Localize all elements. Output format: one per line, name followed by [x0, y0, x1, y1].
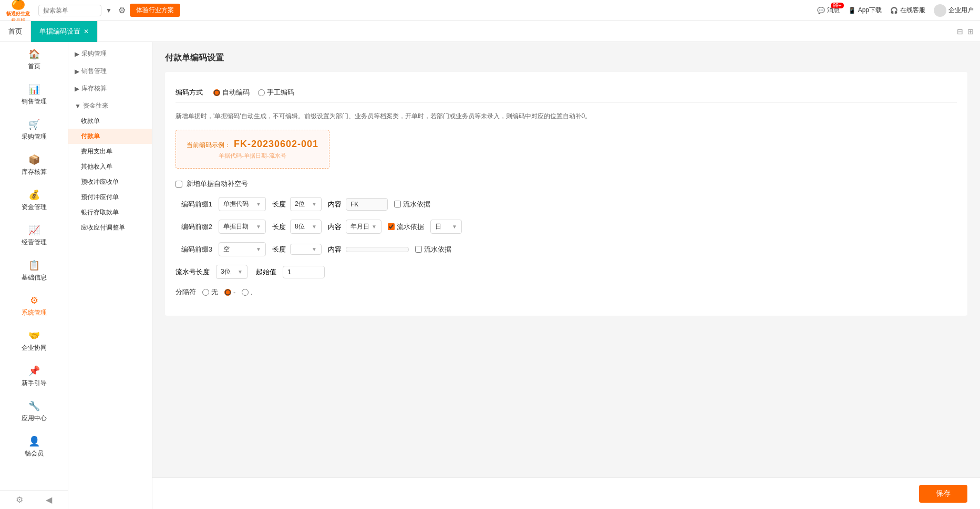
tab-home[interactable]: 首页: [0, 21, 31, 42]
sidebar-item-guide[interactable]: 📌 新手引导: [0, 359, 68, 394]
serial-start-input[interactable]: [283, 266, 325, 278]
sidebar-item-finance[interactable]: 💰 资金管理: [0, 183, 68, 218]
sidebar-item-system[interactable]: ⚙ 系统管理: [0, 288, 68, 324]
chevron-right-icon-sales: ▶: [75, 68, 79, 75]
auto-fill-checkbox[interactable]: [176, 181, 182, 188]
sep-none-radio[interactable]: 无: [202, 287, 218, 297]
sidebar-item-inventory[interactable]: 📦 库存核算: [0, 148, 68, 183]
prefix2-length-select[interactable]: 8位 ▼: [290, 220, 322, 234]
serial-length-group: 流水号长度 3位 ▼: [176, 265, 247, 279]
left-panel-group-header-purchase[interactable]: ▶ 采购管理: [68, 46, 152, 61]
separator-label: 分隔符: [176, 287, 196, 297]
chevron-down-serial: ▼: [238, 269, 243, 275]
sidebar-item-operations[interactable]: 📈 经营管理: [0, 218, 68, 253]
prefix2-content-group: 内容 年月日 ▼: [328, 220, 381, 234]
sidebar-item-home[interactable]: 🏠 首页: [0, 42, 68, 77]
sidebar-item-base-info[interactable]: 📋 基础信息: [0, 253, 68, 288]
prefix3-select[interactable]: 空 ▼: [219, 242, 266, 256]
prefix1-row: 编码前缀1 单据代码 ▼ 长度 2位 ▼: [176, 197, 957, 211]
prefix2-label: 编码前缀2: [176, 222, 212, 232]
prefix1-select[interactable]: 单据代码 ▼: [219, 197, 266, 211]
left-panel-group-header-finance[interactable]: ▼ 资金往来: [68, 98, 152, 113]
prefix1-length-select[interactable]: 2位 ▼: [290, 197, 322, 211]
serial-start-group: 起始值: [256, 266, 325, 278]
prefix2-serial-checkbox[interactable]: 流水依据: [388, 222, 424, 232]
left-panel-item-bank[interactable]: 银行存取款单: [68, 205, 152, 220]
sidebar-item-app-center[interactable]: 🔧 应用中心: [0, 394, 68, 429]
left-panel-item-adjustment[interactable]: 应收应付调整单: [68, 220, 152, 235]
prefix1-serial-checkbox[interactable]: 流水依据: [394, 200, 430, 209]
sep-dash-radio[interactable]: -: [224, 288, 235, 296]
system-icon: ⚙: [30, 295, 38, 306]
sidebar-item-enterprise[interactable]: 🤝 企业协同: [0, 324, 68, 359]
serial-length-select[interactable]: 3位 ▼: [216, 265, 247, 279]
prefix2-serial-input[interactable]: [388, 223, 395, 230]
sidebar-item-sales[interactable]: 📊 销售管理: [0, 77, 68, 112]
tabbar: 首页 单据编码设置 ✕ ⊟ ⊞: [0, 21, 980, 42]
prefix3-serial-checkbox[interactable]: 流水依据: [415, 245, 451, 254]
prefix3-serial-input[interactable]: [415, 246, 422, 253]
prefix3-label: 编码前缀3: [176, 245, 212, 254]
prefix2-select[interactable]: 单据日期 ▼: [219, 220, 266, 234]
sep-dot-radio[interactable]: .: [242, 288, 253, 296]
minimize-icon[interactable]: ⊟: [957, 27, 963, 36]
sidebar-item-purchase[interactable]: 🛒 采购管理: [0, 112, 68, 148]
chevron-down-prefix2: ▼: [256, 224, 261, 230]
left-panel-item-payment[interactable]: 付款单: [68, 129, 152, 144]
chevron-down-prefix1: ▼: [256, 201, 261, 207]
code-preview-label: 当前编码示例：: [187, 141, 231, 150]
left-panel-item-pre-payment[interactable]: 预付冲应付单: [68, 190, 152, 205]
left-panel-item-expense[interactable]: 费用支出单: [68, 144, 152, 159]
chevron-down-len3: ▼: [312, 246, 317, 252]
left-panel-item-receipt[interactable]: 收款单: [68, 113, 152, 129]
topbar: 🍊 畅通好生意 标品版 ▼ ⚙ 体验行业方案 💬 消息 99+ 📱 App下载 …: [0, 0, 980, 21]
tab-close-icon[interactable]: ✕: [84, 28, 89, 35]
radio-auto-encode[interactable]: 自动编码: [213, 88, 250, 97]
inventory-icon: 📦: [28, 154, 40, 165]
chevron-down-len1: ▼: [312, 201, 317, 207]
sidebar-settings-icon[interactable]: ⚙: [16, 495, 23, 505]
prefix3-length-select[interactable]: ▼: [290, 244, 322, 255]
prefix1-length-group: 长度 2位 ▼: [272, 197, 322, 211]
sidebar-collapse-icon[interactable]: ◀: [46, 495, 52, 505]
online-service-button[interactable]: 🎧 在线客服: [890, 6, 925, 15]
search-input[interactable]: [38, 5, 101, 16]
cta-button[interactable]: 体验行业方案: [130, 4, 180, 17]
left-panel-item-pre-receipt[interactable]: 预收冲应收单: [68, 174, 152, 190]
radio-auto-input[interactable]: [213, 89, 220, 96]
prefix1-serial-input[interactable]: [394, 201, 401, 207]
prefix2-serial-unit-select[interactable]: 日 ▼: [430, 220, 462, 234]
sidebar: 🏠 首页 📊 销售管理 🛒 采购管理 📦 库存核算 💰 资金管理 📈 经营管理 …: [0, 42, 68, 509]
sidebar-item-member[interactable]: 👤 畅会员: [0, 429, 68, 464]
maximize-icon[interactable]: ⊞: [967, 27, 974, 36]
prefix1-content-group: 内容 FK: [328, 198, 388, 211]
chevron-down-icon-finance: ▼: [75, 102, 81, 110]
left-panel-group-header-sales[interactable]: ▶ 销售管理: [68, 64, 152, 79]
message-button[interactable]: 💬 消息 99+: [817, 6, 840, 15]
settings-card: 编码方式 自动编码 手工编码: [165, 72, 967, 316]
bottom-bar: 保存: [152, 477, 980, 509]
tabbar-actions: ⊟ ⊞: [957, 27, 980, 36]
app-download-button[interactable]: 📱 App下载: [848, 6, 882, 15]
sep-dot-input[interactable]: [242, 289, 249, 296]
serial-row: 流水号长度 3位 ▼ 起始值: [176, 265, 957, 279]
prefix2-row: 编码前缀2 单据日期 ▼ 长度 8位 ▼: [176, 220, 957, 234]
sep-none-input[interactable]: [202, 289, 209, 296]
prefix2-content-select[interactable]: 年月日 ▼: [346, 220, 381, 234]
radio-manual-input[interactable]: [258, 89, 265, 96]
tab-document-code-setting[interactable]: 单据编码设置 ✕: [31, 21, 98, 42]
settings-icon[interactable]: ⚙: [118, 5, 126, 15]
left-panel-item-other-income[interactable]: 其他收入单: [68, 159, 152, 174]
user-avatar[interactable]: 企业用户: [934, 4, 974, 17]
prefix1-content-value: FK: [346, 198, 388, 211]
finance-icon: 💰: [28, 189, 40, 201]
prefix1-label: 编码前缀1: [176, 200, 212, 209]
radio-manual-encode[interactable]: 手工编码: [258, 88, 294, 97]
dropdown-icon[interactable]: ▼: [106, 7, 112, 14]
sep-dash-input[interactable]: [224, 289, 231, 296]
left-panel-group-header-inventory[interactable]: ▶ 库存核算: [68, 81, 152, 96]
code-preview-value: FK-20230602-001: [234, 139, 318, 150]
save-button[interactable]: 保存: [919, 485, 967, 503]
page-title: 付款单编码设置: [165, 53, 967, 64]
home-icon: 🏠: [28, 48, 40, 60]
